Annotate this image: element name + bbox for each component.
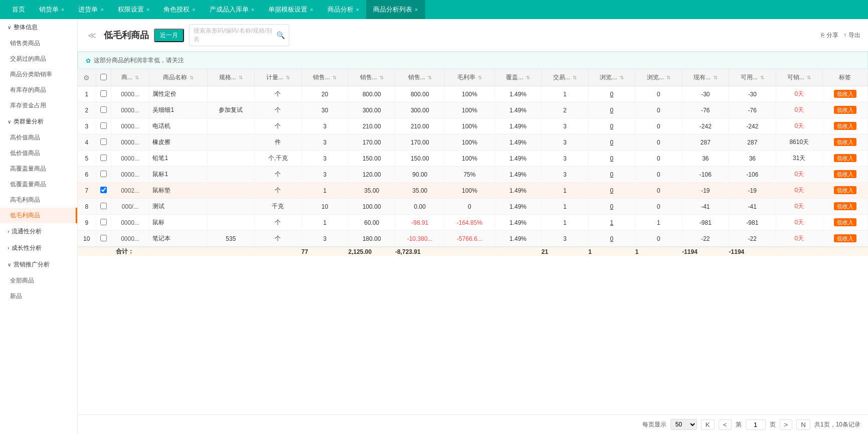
row-checkbox[interactable] [100,138,107,145]
col-name[interactable]: 商品名称 ⇅ [149,69,207,86]
col-sales-price[interactable]: 销售... ⇅ [349,69,395,86]
row-name[interactable]: 吴细细1 [149,102,207,118]
row-views1[interactable]: 0 [588,118,635,134]
nav-home[interactable]: 首页 [5,0,32,19]
row-views1[interactable]: 0 [588,183,635,199]
col-unit[interactable]: 计量... ⇅ [255,69,301,86]
row-views1[interactable]: 0 [588,231,635,247]
sidebar-collapse-button[interactable]: ≪ [85,31,99,40]
sidebar-item-category-sales-rate[interactable]: 商品分类助销率 [0,67,77,82]
per-page-select[interactable]: 50 100 200 [670,419,697,430]
col-code[interactable]: 商... ⇅ [111,69,149,86]
col-sales-amount[interactable]: 销售... ⇅ [395,69,445,86]
row-name[interactable]: 橡皮擦 [149,134,207,151]
row-checkbox[interactable] [100,219,107,225]
close-icon[interactable]: × [61,7,64,13]
nav-template-settings[interactable]: 单据模板设置 × [261,0,320,19]
row-checkbox[interactable] [100,235,107,241]
col-coverage[interactable]: 覆盖... ⇅ [494,69,541,86]
row-name[interactable]: 测试 [149,199,207,215]
sidebar-item-high-coverage[interactable]: 高覆盖量商品 [0,161,77,177]
row-views1[interactable]: 0 [588,134,635,151]
sidebar-item-low-value[interactable]: 低价值商品 [0,146,77,161]
row-views1[interactable]: 0 [588,102,635,118]
sidebar-item-low-margin[interactable]: 低毛利商品 [0,208,77,223]
sidebar-item-new-products[interactable]: 新品 [0,288,77,304]
col-views1[interactable]: 浏览... ⇅ [588,69,635,86]
last-page-button[interactable]: N [796,419,810,430]
row-checkbox[interactable] [100,187,107,193]
nav-product-analysis[interactable]: 商品分析 × [320,0,366,19]
close-icon[interactable]: × [310,7,313,13]
close-icon[interactable]: × [251,7,254,13]
row-name[interactable]: 笔记本 [149,231,207,247]
row-checkbox[interactable] [100,155,107,161]
export-button[interactable]: ↑ 导出 [843,31,860,40]
sidebar-group-title-marketing[interactable]: ∨ 营销推广分析 [0,256,77,273]
sidebar-item-sales-products[interactable]: 销售类商品 [0,36,77,51]
row-checkbox-cell[interactable] [96,102,111,118]
gear-icon[interactable]: ⚙ [83,74,90,82]
sidebar-group-title-growth[interactable]: › 成长性分析 [0,240,77,256]
close-icon[interactable]: × [415,7,418,13]
nav-sales-order[interactable]: 销货单 × [32,0,71,19]
col-current-stock[interactable]: 现有... ⇅ [682,69,729,86]
row-views1[interactable]: 0 [588,167,635,183]
sidebar-item-in-stock[interactable]: 有库存的商品 [0,82,77,98]
sidebar-item-all-products[interactable]: 全部商品 [0,273,77,288]
row-checkbox[interactable] [100,171,107,177]
share-button[interactable]: ⎘ 分享 [821,31,838,40]
sidebar-item-capital-usage[interactable]: 库存资金占用 [0,98,77,113]
close-icon[interactable]: × [146,7,149,13]
row-name[interactable]: 铅笔1 [149,151,207,167]
sidebar-item-high-margin[interactable]: 高毛利商品 [0,192,77,208]
first-page-button[interactable]: K [701,419,715,430]
col-sellable[interactable]: 可销... ⇅ [776,69,822,86]
row-checkbox[interactable] [100,106,107,113]
close-icon[interactable]: × [192,7,195,13]
row-checkbox-cell[interactable] [96,118,111,134]
col-transactions[interactable]: 交易... ⇅ [542,69,588,86]
sidebar-group-title-circulation[interactable]: › 流通性分析 [0,223,77,240]
search-box[interactable]: 搜索条形码/编码/名称/规格/别名 🔍 [189,24,289,46]
row-name[interactable]: 电话机 [149,118,207,134]
nav-purchase-order[interactable]: 进货单 × [71,0,110,19]
col-available[interactable]: 可用... ⇅ [729,69,776,86]
row-checkbox[interactable] [100,90,107,97]
sidebar-item-traded-products[interactable]: 交易过的商品 [0,51,77,67]
row-name[interactable]: 属性定价 [149,86,207,102]
select-all-checkbox[interactable] [100,74,107,80]
row-checkbox-cell[interactable] [96,199,111,215]
nav-permissions[interactable]: 权限设置 × [111,0,156,19]
sidebar-group-title-cluster[interactable]: ∨ 类群量分析 [0,113,77,130]
row-name[interactable]: 鼠标垫 [149,183,207,199]
sidebar-item-high-value[interactable]: 高价值商品 [0,130,77,146]
next-page-button[interactable]: > [780,419,793,430]
row-views1[interactable]: 0 [588,151,635,167]
page-number-input[interactable] [746,419,766,430]
row-checkbox-cell[interactable] [96,215,111,231]
row-checkbox-cell[interactable] [96,151,111,167]
prev-page-button[interactable]: < [719,419,732,430]
row-checkbox-cell[interactable] [96,231,111,247]
sidebar-group-title-overall[interactable]: ∨ 整体信息 [0,19,77,36]
sidebar-item-low-coverage[interactable]: 低覆盖量商品 [0,177,77,192]
row-checkbox-cell[interactable] [96,134,111,151]
row-checkbox-cell[interactable] [96,183,111,199]
nav-product-entry[interactable]: 产成品入库单 × [203,0,261,19]
col-gross-margin[interactable]: 毛利率 ⇅ [445,69,495,86]
row-name[interactable]: 鼠标1 [149,167,207,183]
row-views1[interactable]: 1 [588,215,635,231]
col-sales-qty[interactable]: 销售... ⇅ [301,69,348,86]
date-filter-button[interactable]: 近一月 [154,29,184,42]
col-views2[interactable]: 浏览... ⇅ [635,69,682,86]
close-icon[interactable]: × [356,7,359,13]
row-checkbox-cell[interactable] [96,86,111,102]
row-name[interactable]: 鼠标 [149,215,207,231]
row-checkbox-cell[interactable] [96,167,111,183]
col-spec[interactable]: 规格... ⇅ [207,69,254,86]
nav-role-auth[interactable]: 角色授权 × [156,0,202,19]
row-views1[interactable]: 0 [588,199,635,215]
close-icon[interactable]: × [100,7,103,13]
row-checkbox[interactable] [100,122,107,129]
